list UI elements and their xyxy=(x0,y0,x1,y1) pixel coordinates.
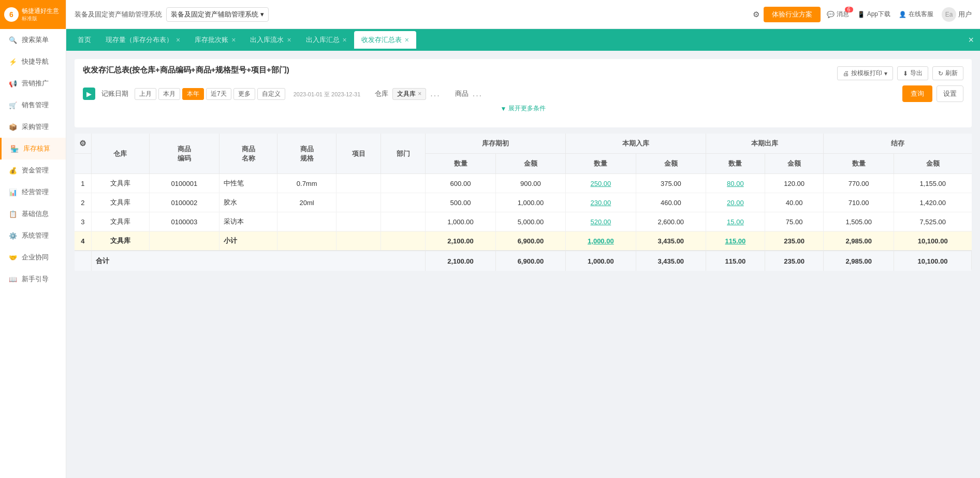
message-icon: 💬 xyxy=(827,11,835,18)
th-warehouse: 仓库 xyxy=(91,134,149,174)
online-service-button[interactable]: 👤 在线客服 xyxy=(899,10,933,19)
th-product-name: 商品名称 xyxy=(220,134,277,174)
td-in-qty[interactable]: 520.00 xyxy=(566,212,636,231)
query-button[interactable]: 查询 xyxy=(902,85,932,102)
td-department xyxy=(381,193,426,212)
tab-inventory-dist[interactable]: 现存量（库存分布表） × xyxy=(98,31,187,49)
user-menu[interactable]: Ea 用户 xyxy=(942,7,972,22)
message-button[interactable]: 💬 消息 6 xyxy=(827,10,849,19)
commodity-label: 商品 xyxy=(455,89,469,98)
date-btn-last-month[interactable]: 上月 xyxy=(135,88,156,100)
print-button[interactable]: 🖨 按模板打印 ▾ xyxy=(837,66,893,80)
sidebar-item-basic[interactable]: 📋 基础信息 xyxy=(0,203,66,225)
td-index: 2 xyxy=(75,193,91,212)
td-code xyxy=(149,231,219,251)
tab-close-inout-flow[interactable]: × xyxy=(287,36,291,44)
sidebar-item-enterprise[interactable]: 🤝 企业协同 xyxy=(0,247,66,268)
td-warehouse: 文具库 xyxy=(91,212,149,231)
app-download-button[interactable]: 📱 App下载 xyxy=(857,10,890,19)
tab-home[interactable]: 首页 xyxy=(70,31,98,49)
sidebar-item-purchase[interactable]: 📦 采购管理 xyxy=(0,116,66,138)
td-out-amt: 235.00 xyxy=(765,231,824,251)
td-spec xyxy=(277,231,337,251)
td-code: 0100003 xyxy=(149,212,219,231)
table-settings-icon[interactable]: ⚙ xyxy=(79,139,86,148)
sidebar-item-quick[interactable]: ⚡ 快捷导航 xyxy=(0,51,66,73)
td-index: 4 xyxy=(75,231,91,251)
td-in-qty[interactable]: 230.00 xyxy=(566,193,636,212)
th-close-qty: 数量 xyxy=(824,154,894,174)
tab-close-receive-summary[interactable]: × xyxy=(405,36,409,44)
try-industry-button[interactable]: 体验行业方案 xyxy=(764,7,821,22)
td-out-qty[interactable]: 15.00 xyxy=(706,212,765,231)
sidebar-item-guide[interactable]: 📖 新手引导 xyxy=(0,268,66,290)
sidebar: 6 畅捷通好生意 标准版 🔍 搜索菜单 ⚡ 快捷导航 📢 营销推广 🛒 销售管理… xyxy=(0,0,66,478)
tab-inout-summary[interactable]: 出入库汇总 × xyxy=(299,31,354,49)
th-settings: ⚙ xyxy=(75,134,91,154)
td-warehouse: 文具库 xyxy=(91,174,149,193)
td-in-qty[interactable]: 1,000.00 xyxy=(566,231,636,251)
sidebar-nav: 🔍 搜索菜单 ⚡ 快捷导航 📢 营销推广 🛒 销售管理 📦 采购管理 🏪 库存核… xyxy=(0,29,66,478)
td-out-amt: 75.00 xyxy=(765,212,824,231)
warehouse-tag[interactable]: 文具库 × xyxy=(392,88,426,100)
footer-close-amt: 10,100.00 xyxy=(894,251,971,271)
sidebar-item-marketing[interactable]: 📢 营销推广 xyxy=(0,73,66,94)
td-department xyxy=(381,231,426,251)
td-out-qty[interactable]: 115.00 xyxy=(706,231,765,251)
topbar: 装备及固定资产辅助管理系统 装备及固定资产辅助管理系统 ▾ ⚙ 体验行业方案 💬… xyxy=(66,0,980,29)
warehouse-label: 仓库 xyxy=(375,89,388,98)
sidebar-item-sales[interactable]: 🛒 销售管理 xyxy=(0,94,66,116)
date-btn-custom[interactable]: 自定义 xyxy=(257,88,285,100)
topbar-right: 💬 消息 6 📱 App下载 👤 在线客服 Ea 用户 xyxy=(827,7,972,22)
td-out-qty[interactable]: 20.00 xyxy=(706,193,765,212)
sales-icon: 🛒 xyxy=(8,100,18,110)
basic-icon: 📋 xyxy=(8,209,18,219)
tab-batch[interactable]: 库存批次账 × xyxy=(187,31,243,49)
export-button[interactable]: ⬇ 导出 xyxy=(897,66,928,80)
th-out-amt: 金额 xyxy=(765,154,824,174)
td-out-qty[interactable]: 80.00 xyxy=(706,174,765,193)
refresh-button[interactable]: ↻ 刷新 xyxy=(932,66,963,80)
tab-close-batch[interactable]: × xyxy=(231,36,236,44)
guide-icon: 📖 xyxy=(8,274,18,284)
date-btn-7days[interactable]: 近7天 xyxy=(206,88,231,100)
date-btn-this-year[interactable]: 本年 xyxy=(182,88,204,100)
date-btn-this-month[interactable]: 本月 xyxy=(158,88,180,100)
th-in-amt: 金额 xyxy=(636,154,706,174)
sidebar-item-inventory[interactable]: 🏪 库存核算 xyxy=(0,138,66,160)
tab-receive-summary[interactable]: 收发存汇总表 × xyxy=(354,31,416,49)
sidebar-item-operations[interactable]: 📊 经营管理 xyxy=(0,181,66,203)
commodity-dots[interactable]: ... xyxy=(473,89,482,98)
warehouse-tag-close[interactable]: × xyxy=(418,90,421,97)
settings-icon[interactable]: ⚙ xyxy=(753,10,759,19)
tabbar-close-button[interactable]: × xyxy=(966,33,976,48)
filter-toggle-button[interactable]: ▶ xyxy=(83,88,95,100)
th-project: 项目 xyxy=(337,134,381,174)
td-department xyxy=(381,174,426,193)
tab-close-inout-summary[interactable]: × xyxy=(343,36,347,44)
tab-close-inventory-dist[interactable]: × xyxy=(176,36,180,44)
td-close-amt: 7,525.00 xyxy=(894,212,971,231)
td-open-amt: 900.00 xyxy=(495,174,565,193)
th-open-amt: 金额 xyxy=(495,154,565,174)
td-close-qty: 1,505.00 xyxy=(824,212,894,231)
filter-expand-button[interactable]: ▼ 展开更多条件 xyxy=(501,104,546,113)
td-open-amt: 5,000.00 xyxy=(495,212,565,231)
filter-settings-button[interactable]: 设置 xyxy=(937,85,963,102)
footer-label: 合计 xyxy=(91,251,426,271)
finance-icon: 💰 xyxy=(8,166,18,175)
date-btn-more[interactable]: 更多 xyxy=(233,88,255,100)
th-product-spec: 商品规格 xyxy=(277,134,337,174)
td-spec: 20ml xyxy=(277,193,337,212)
system-dropdown[interactable]: 装备及固定资产辅助管理系统 ▾ xyxy=(166,7,269,22)
sidebar-item-finance[interactable]: 💰 资金管理 xyxy=(0,160,66,181)
td-name: 中性笔 xyxy=(220,174,277,193)
warehouse-dots[interactable]: ... xyxy=(430,89,440,98)
footer-out-qty: 115.00 xyxy=(706,251,765,271)
td-in-qty[interactable]: 250.00 xyxy=(566,174,636,193)
sidebar-item-search[interactable]: 🔍 搜索菜单 xyxy=(0,29,66,51)
footer-open-qty: 2,100.00 xyxy=(426,251,495,271)
sidebar-item-system[interactable]: ⚙️ 系统管理 xyxy=(0,225,66,247)
operations-icon: 📊 xyxy=(8,187,18,197)
tab-inout-flow[interactable]: 出入库流水 × xyxy=(243,31,298,49)
